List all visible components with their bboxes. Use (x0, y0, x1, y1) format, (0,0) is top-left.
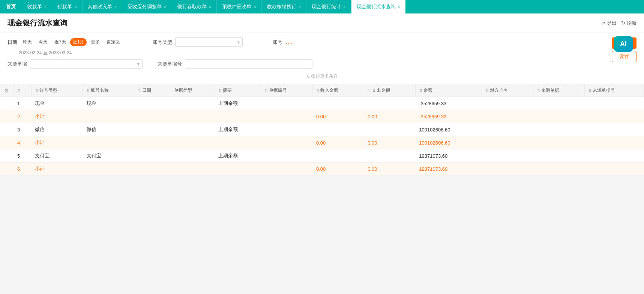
cell-idx: 5 (14, 149, 31, 163)
close-icon[interactable]: × (398, 4, 400, 9)
cell-doc-type (170, 97, 215, 110)
close-icon[interactable]: × (254, 4, 256, 9)
nav-home[interactable]: 首页 (0, 0, 22, 13)
cell-doc-type (170, 149, 215, 163)
col-account-type: ⇅账号类型 (31, 84, 83, 97)
table-row[interactable]: 2小计0.000.00-3528659.33 (0, 110, 644, 123)
date-opt-7days[interactable]: 近7天 (52, 38, 69, 46)
nav-tab-bank-deposit[interactable]: 银行存取款单 × (172, 0, 217, 13)
sort-icon[interactable]: ⇅ (368, 88, 371, 93)
close-icon[interactable]: × (343, 4, 345, 9)
cell-summary (215, 110, 261, 123)
table-row[interactable]: 1现金现金上期余额-3528659.33 (0, 97, 644, 110)
header-actions: ↗ 导出 ↻ 刷新 (601, 20, 636, 27)
cell-date (134, 163, 170, 176)
col-balance: ⇅余额 (415, 84, 482, 97)
source-doc-no-input[interactable] (185, 59, 312, 69)
cell-settings (0, 149, 14, 163)
cell-settings (0, 136, 14, 149)
date-opt-yesterday[interactable]: 昨天 (20, 38, 35, 46)
sort-icon[interactable]: ⇅ (265, 88, 268, 93)
chevron-up-icon: ∧ (306, 74, 309, 79)
date-opt-custom[interactable]: 自定义 (104, 38, 123, 46)
cell-idx: 2 (14, 110, 31, 123)
date-range-text: 2023-02-24 至 2023-03-24 (19, 50, 72, 55)
filter-area: 日期 昨天 今天 近7天 近1月 更多 自定义 账号类型 (0, 33, 644, 84)
cell-income (312, 149, 364, 163)
cell-doc-no (261, 110, 312, 123)
close-icon[interactable]: × (209, 4, 211, 9)
cell-doc-type (170, 110, 215, 123)
cell-account-type: 小计 (31, 136, 83, 149)
cell-source-doc (533, 97, 584, 110)
collapse-bar[interactable]: ∧ 收起更多条件 (8, 72, 636, 79)
sort-icon[interactable]: ⇅ (486, 88, 489, 93)
date-label: 日期 (8, 39, 17, 46)
account-type-select[interactable] (175, 37, 243, 47)
refresh-button[interactable]: ↻ 刷新 (621, 20, 636, 27)
col-summary: ⇅摘要 (215, 84, 261, 97)
ai-badge[interactable]: Ai (614, 36, 633, 52)
cell-settings (0, 163, 14, 176)
sort-icon[interactable]: ⇅ (537, 88, 540, 93)
cell-source-doc (533, 123, 584, 136)
nav-tab-other-income[interactable]: 其他收入单 × (83, 0, 122, 13)
sort-icon[interactable]: ⇅ (219, 88, 222, 93)
account-filter-group: 账号 ... (273, 39, 293, 46)
sort-icon[interactable]: ⇅ (316, 88, 319, 93)
sort-icon[interactable]: ⇅ (588, 88, 591, 93)
cell-balance: 19871073.60 (415, 163, 482, 176)
source-doc-no-filter-group: 来源单据号 (158, 59, 312, 69)
close-icon[interactable]: × (44, 4, 47, 9)
col-account-name: ⇅账号名称 (83, 84, 134, 97)
sort-icon[interactable]: ⇅ (138, 88, 141, 93)
table-row[interactable]: 3微信微信上期余额100102606.60 (0, 123, 644, 136)
close-icon[interactable]: × (164, 4, 166, 9)
source-doc-select[interactable] (30, 59, 143, 69)
cell-doc-type (170, 123, 215, 136)
table-row[interactable]: 6小计0.000.0019871073.60 (0, 163, 644, 176)
cell-counterpart (482, 163, 533, 176)
table-row[interactable]: 4小计0.000.00100102606.60 (0, 136, 644, 149)
cell-doc-type (170, 163, 215, 176)
gear-icon[interactable]: ⚙ (4, 88, 9, 94)
close-icon[interactable]: × (114, 4, 117, 9)
cell-counterpart (482, 97, 533, 110)
close-icon[interactable]: × (299, 4, 301, 9)
date-opt-today[interactable]: 今天 (36, 38, 50, 46)
nav-tab-verify[interactable]: 收款核销执行 × (262, 0, 306, 13)
account-dots-button[interactable]: ... (285, 39, 293, 46)
cell-expense (364, 97, 415, 110)
col-expense: ⇅支出金额 (364, 84, 415, 97)
cell-balance: 100102606.60 (415, 136, 482, 149)
cell-account-type: 小计 (31, 110, 83, 123)
col-idx: # (14, 84, 31, 97)
nav-tab-advance[interactable]: 预收冲应收单 × (217, 0, 261, 13)
sort-icon[interactable]: ⇅ (35, 88, 38, 93)
cell-account-type: 支付宝 (31, 149, 83, 163)
cell-date (134, 110, 170, 123)
sort-icon[interactable]: ⇅ (419, 88, 422, 93)
nav-tab-adjustment[interactable]: 应收应付调整单 × (122, 0, 172, 13)
cell-idx: 1 (14, 97, 31, 110)
date-opt-1month[interactable]: 近1月 (70, 38, 87, 46)
account-label: 账号 (273, 39, 282, 46)
cell-expense: 0.00 (364, 163, 415, 176)
settings-button[interactable]: 设置 (612, 51, 636, 62)
nav-tab-fukuan[interactable]: 付款单 × (52, 0, 82, 13)
top-nav: 首页 收款单 × 付款单 × 其他收入单 × 应收应付调整单 × 银行存取款单 … (0, 0, 644, 13)
col-doc-type: 单据类型 (170, 84, 215, 97)
table-row[interactable]: 5支付宝支付宝上期余额19871073.60 (0, 149, 644, 163)
nav-tab-cash-bank-stat[interactable]: 现金银行统计 × (306, 0, 351, 13)
cell-income: 0.00 (312, 163, 364, 176)
date-opt-more[interactable]: 更多 (88, 38, 102, 46)
cell-summary: 上期余额 (215, 149, 261, 163)
account-type-filter-group: 账号类型 (153, 37, 243, 47)
sort-icon[interactable]: ⇅ (87, 88, 90, 93)
nav-tab-cash-bank-flow[interactable]: 现金银行流水查询 × (351, 0, 405, 13)
cell-source-doc-no (585, 97, 644, 110)
export-button[interactable]: ↗ 导出 (601, 20, 617, 27)
nav-tab-shoukuan[interactable]: 收款单 × (22, 0, 52, 13)
close-icon[interactable]: × (74, 4, 77, 9)
cell-settings (0, 110, 14, 123)
